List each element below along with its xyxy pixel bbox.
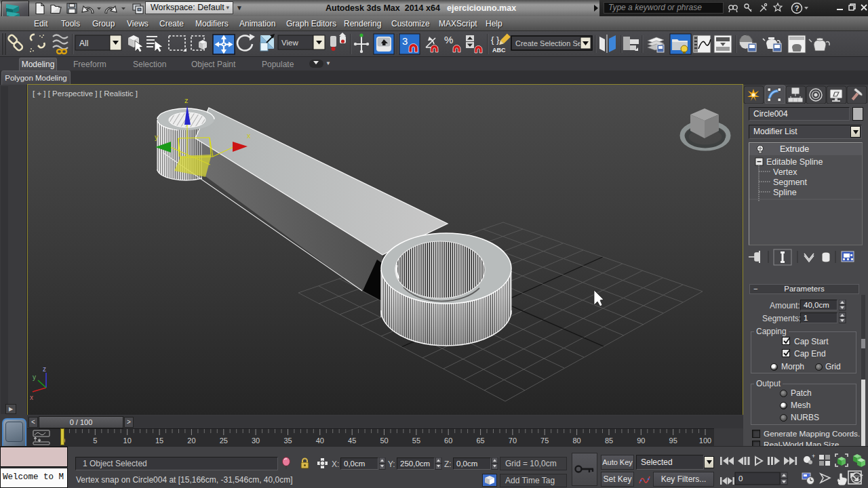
- svg-text:85: 85: [605, 436, 613, 445]
- svg-text:10: 10: [123, 436, 132, 445]
- svg-text:5: 5: [93, 436, 97, 445]
- svg-text:50: 50: [380, 436, 388, 445]
- svg-text:95: 95: [669, 436, 677, 445]
- svg-text:ABC: ABC: [492, 47, 506, 54]
- svg-text:20: 20: [187, 436, 195, 445]
- svg-text:[ + ] [ Perspective ] [ Realis: [ + ] [ Perspective ] [ Realistic ]: [33, 89, 138, 98]
- svg-text:30: 30: [252, 436, 260, 445]
- svg-text:z: z: [184, 96, 189, 104]
- svg-text:45: 45: [348, 436, 356, 445]
- svg-text:60: 60: [444, 436, 452, 445]
- svg-text:75: 75: [540, 436, 549, 445]
- svg-text:y: y: [155, 133, 159, 141]
- svg-text:100: 100: [699, 436, 711, 445]
- svg-text:Editable Spline: Editable Spline: [766, 157, 823, 167]
- svg-text:+: +: [812, 453, 815, 460]
- svg-text:Vertex: Vertex: [773, 167, 797, 177]
- svg-text:Extrude: Extrude: [780, 144, 809, 154]
- svg-text:25: 25: [220, 436, 228, 445]
- svg-text:40: 40: [316, 436, 324, 445]
- svg-text:z: z: [43, 365, 46, 373]
- svg-text:15: 15: [155, 436, 163, 445]
- svg-text:0: 0: [738, 474, 743, 483]
- svg-text:x: x: [30, 394, 33, 401]
- svg-text:?: ?: [795, 4, 800, 12]
- svg-text:All: All: [79, 39, 88, 48]
- svg-text:View: View: [281, 39, 298, 47]
- svg-text:Spline: Spline: [773, 188, 797, 197]
- svg-text:70: 70: [509, 436, 517, 445]
- svg-text:{ }: { }: [491, 35, 500, 45]
- svg-text:90: 90: [637, 436, 645, 445]
- svg-text:3: 3: [402, 35, 408, 47]
- svg-text:x: x: [247, 131, 251, 140]
- svg-text:%: %: [444, 34, 453, 45]
- svg-text:65: 65: [476, 436, 484, 445]
- svg-text:80: 80: [572, 436, 580, 445]
- svg-text:55: 55: [412, 436, 420, 445]
- svg-text:Segment: Segment: [773, 178, 808, 187]
- svg-text:y: y: [33, 373, 36, 381]
- svg-text:Create Selection Sel: Create Selection Sel: [515, 39, 583, 47]
- svg-text:35: 35: [283, 436, 292, 445]
